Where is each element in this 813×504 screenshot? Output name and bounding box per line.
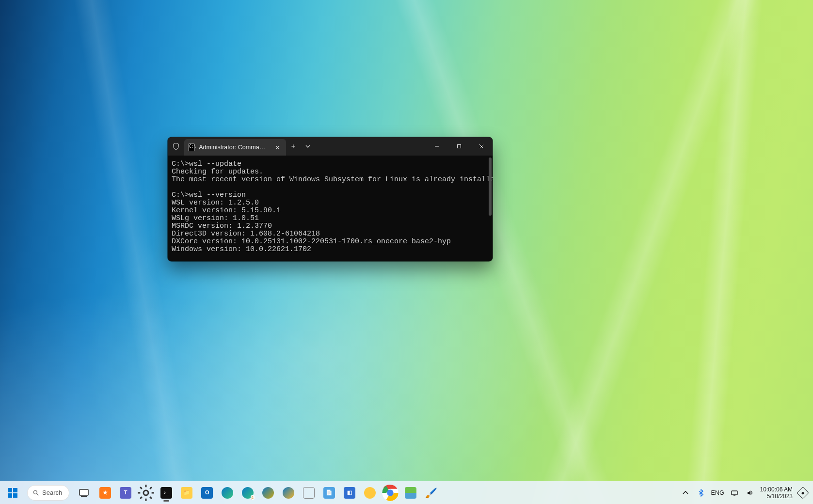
terminal-line: Kernel version: 5.15.90.1	[172, 206, 281, 215]
terminal-line: DXCore version: 10.0.25131.1002-220531-1…	[172, 237, 451, 246]
scrollbar[interactable]	[489, 158, 492, 216]
tab-close-button[interactable]: ✕	[273, 143, 281, 152]
terminal-line: C:\>wsl --update	[172, 160, 241, 168]
gear-icon	[136, 483, 156, 503]
svg-line-7	[37, 493, 39, 495]
taskbar-app-11[interactable]	[401, 483, 420, 503]
taskbar-search[interactable]: Search	[27, 485, 69, 501]
svg-rect-5	[13, 493, 17, 498]
taskbar-app-outlook[interactable]: O	[197, 483, 217, 503]
taskbar-app-edge-dev[interactable]	[258, 483, 278, 503]
search-placeholder: Search	[42, 489, 62, 496]
svg-rect-4	[8, 493, 12, 498]
svg-point-6	[33, 490, 37, 494]
taskbar-clock[interactable]: 10:00:06 AM 5/10/2023	[760, 486, 793, 500]
tray-overflow-button[interactable]	[680, 488, 691, 498]
search-icon	[32, 489, 39, 496]
svg-rect-2	[8, 488, 12, 492]
terminal-tab[interactable]: Administrator: Command Pro ✕	[184, 139, 286, 156]
cmd-icon	[188, 143, 195, 151]
taskbar-app-terminal[interactable]: ›_	[157, 483, 176, 503]
taskbar-app-teams[interactable]: T	[116, 483, 135, 503]
svg-rect-9	[81, 496, 87, 497]
clock-time: 10:00:06 AM	[760, 486, 793, 493]
bluetooth-icon[interactable]	[696, 488, 706, 498]
svg-point-10	[143, 490, 148, 495]
terminal-line: Checking for updates.	[172, 168, 263, 176]
taskbar-app-1[interactable]: ★	[96, 483, 115, 503]
network-icon[interactable]	[729, 488, 740, 498]
start-button[interactable]	[3, 483, 22, 503]
taskbar-app-6[interactable]	[299, 483, 319, 503]
language-indicator[interactable]: ENG	[711, 489, 724, 496]
taskbar-app-9[interactable]	[360, 483, 380, 503]
terminal-output[interactable]: C:\>wsl --update Checking for updates. T…	[168, 156, 493, 261]
system-tray: ENG 10:00:06 AM 5/10/2023	[680, 486, 810, 500]
terminal-line: MSRDC version: 1.2.3770	[172, 222, 272, 230]
taskbar-app-edge-canary[interactable]	[279, 483, 298, 503]
taskbar-app-chrome[interactable]	[381, 483, 400, 503]
taskbar-app-paint[interactable]: 🖌️	[421, 483, 441, 503]
svg-point-12	[387, 489, 394, 496]
taskbar: Search ★ T ›_ 📁 O β 📄 ◧ 🖌️	[0, 481, 813, 504]
taskbar-app-notepad[interactable]: 📄	[319, 483, 339, 503]
admin-shield-icon	[168, 142, 184, 150]
terminal-line: WSL version: 1.2.5.0	[172, 199, 259, 207]
close-button[interactable]	[470, 137, 493, 156]
terminal-line: The most recent version of Windows Subsy…	[172, 175, 493, 184]
taskbar-app-settings[interactable]	[136, 483, 156, 503]
svg-rect-13	[732, 491, 737, 495]
taskbar-app-edge[interactable]	[218, 483, 237, 503]
terminal-line: Windows version: 10.0.22621.1702	[172, 245, 311, 253]
tab-title: Administrator: Command Pro	[199, 144, 267, 151]
volume-icon[interactable]	[745, 488, 755, 498]
task-view-button[interactable]	[74, 483, 94, 503]
taskbar-app-explorer[interactable]: 📁	[177, 483, 196, 503]
svg-rect-8	[80, 489, 88, 495]
terminal-window: Administrator: Command Pro ✕ ＋ C:\>wsl -…	[168, 137, 493, 261]
taskbar-app-8[interactable]: ◧	[340, 483, 359, 503]
svg-rect-1	[458, 145, 461, 148]
minimize-button[interactable]	[426, 137, 448, 156]
terminal-line: Direct3D version: 1.608.2-61064218	[172, 230, 320, 238]
maximize-button[interactable]	[448, 137, 470, 156]
clock-date: 5/10/2023	[760, 493, 793, 500]
notifications-button[interactable]	[797, 488, 808, 498]
terminal-line: C:\>wsl --version	[172, 191, 246, 199]
svg-rect-3	[13, 488, 17, 492]
new-tab-button[interactable]: ＋	[286, 142, 301, 151]
taskbar-app-edge-beta[interactable]: β	[238, 483, 257, 503]
window-titlebar[interactable]: Administrator: Command Pro ✕ ＋	[168, 137, 493, 156]
tab-dropdown-button[interactable]	[301, 144, 315, 149]
terminal-line: WSLg version: 1.0.51	[172, 214, 259, 222]
